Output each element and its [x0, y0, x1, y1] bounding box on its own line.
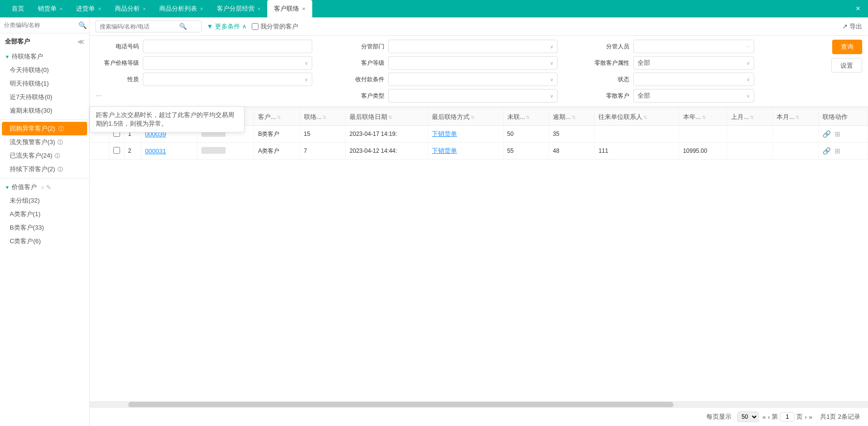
status-select[interactable]: ∨ — [633, 73, 754, 86]
nav-sales-order[interactable]: 销货单 × — [31, 0, 69, 17]
row2-last-date: 2023-04-12 14:44: — [346, 143, 428, 160]
row2-grid-icon[interactable]: ⊞ — [835, 147, 840, 155]
prev-page-button[interactable]: ‹ — [768, 413, 770, 421]
col-last-month[interactable]: 上月... ⇅ — [727, 109, 773, 126]
close-sales-order-icon[interactable]: × — [60, 6, 62, 12]
sidebar-item-today-pending[interactable]: 今天待联络(0) — [0, 63, 89, 77]
row2-select-checkbox[interactable] — [113, 147, 120, 154]
row2-last-method[interactable]: 下销货单 — [428, 143, 503, 160]
my-customers-filter: 我分管的客户 — [252, 22, 298, 31]
col-last-contact-date[interactable]: 最后联络日期 ⇅ — [346, 109, 428, 126]
col-unit-contact[interactable]: 往来单位联系人 ⇅ — [594, 109, 679, 126]
customer-level-select[interactable]: ∨ — [388, 56, 558, 70]
payment-chevron-icon: ∨ — [550, 77, 553, 82]
collapse-icon[interactable]: ≪ — [77, 38, 84, 45]
row2-unpaid: 55 — [503, 143, 548, 160]
row2-this-month — [773, 143, 818, 160]
nav-product-analysis[interactable]: 商品分析 × — [108, 0, 152, 17]
nav-home[interactable]: 首页 — [5, 0, 31, 17]
price-level-select[interactable]: ∨ — [143, 56, 312, 70]
horizontal-scrollbar[interactable] — [90, 401, 868, 407]
payment-select[interactable]: ∨ — [388, 73, 558, 86]
sidebar-item-class-c[interactable]: C类客户(6) — [0, 235, 89, 248]
sidebar-item-class-a[interactable]: A类客户(1) — [0, 207, 89, 221]
window-close-button[interactable]: × — [856, 4, 860, 13]
row2-gear — [90, 143, 109, 160]
sidebar-search-icon: 🔍 — [78, 21, 87, 29]
first-page-button[interactable]: « — [762, 413, 766, 421]
row2-year-amount: 10995.00 — [679, 143, 727, 160]
customer-type-chevron-icon: ∨ — [550, 93, 553, 99]
close-product-analysis-list-icon[interactable]: × — [200, 6, 203, 12]
settings-button[interactable]: 设置 — [831, 58, 862, 73]
pending-triangle-icon: ▼ — [5, 54, 10, 59]
row1-actions: 🔗 ⊞ — [818, 126, 868, 143]
row2-code[interactable]: 000031 — [141, 143, 198, 160]
payment-label: 收付款条件 — [341, 75, 384, 84]
page-number-input[interactable] — [780, 412, 794, 422]
last-page-button[interactable]: » — [809, 413, 812, 421]
sidebar-item-class-b[interactable]: B类客户(33) — [0, 221, 89, 235]
col-year-amount[interactable]: 本年... ⇅ — [679, 109, 727, 126]
filter-phone: 电话号码 — [95, 40, 337, 53]
next-page-button[interactable]: › — [805, 413, 807, 421]
nav-product-analysis-list[interactable]: 商品分析列表 × — [152, 0, 210, 17]
close-product-analysis-icon[interactable]: × — [143, 6, 146, 12]
nav-customer-tier[interactable]: 客户分层经营 × — [210, 0, 267, 17]
my-customers-checkbox[interactable] — [252, 23, 259, 30]
row1-this-month — [773, 126, 818, 143]
sidebar-item-overdue-pending[interactable]: 逾期未联络(30) — [0, 104, 89, 118]
more-icon[interactable]: ··· — [95, 91, 102, 100]
value-group-header[interactable]: ▼ 价值客户 ○ ✎ — [0, 180, 89, 194]
col-last-contact-method[interactable]: 最后联络方式 ⇅ — [428, 109, 503, 126]
sidebar-divider-1 — [0, 119, 89, 120]
row1-last-method[interactable]: 下销货单 — [428, 126, 503, 143]
customer-type-select[interactable]: ∨ — [388, 89, 558, 103]
sidebar-item-week-pending[interactable]: 近7天待联络(0) — [0, 90, 89, 104]
main-search-icon[interactable]: 🔍 — [179, 23, 187, 30]
close-customer-contact-icon[interactable]: × — [302, 6, 305, 12]
filter-person: 分管人员 ··· — [586, 40, 827, 53]
left-sidebar: 🔍 全部客户 ≪ ▼ 待联络客户 今天待联络(0) 明天待联络(1) 近7天待联… — [0, 17, 90, 426]
sidebar-item-churned[interactable]: 已流失客户(24) ⓘ — [0, 149, 89, 162]
pagination-bar: 每页显示 50 « ‹ 第 页 › » 共1页 2条记录 — [90, 407, 868, 426]
tooltip-box: 距客户上次交易时长，超过了此客户的平均交易周期的1.5倍，则视为异常。 — [90, 106, 244, 132]
nature-select[interactable]: ∨ — [143, 73, 312, 86]
pending-group[interactable]: ▼ 待联络客户 — [0, 50, 89, 63]
nav-customer-contact[interactable]: 客户联络 × — [267, 0, 312, 17]
query-button[interactable]: 查询 — [832, 40, 862, 54]
row2-link-icon[interactable]: 🔗 — [822, 147, 831, 155]
row2-unit-contact: 111 — [594, 143, 679, 160]
more-conditions-button[interactable]: ▼ 更多条件 ∧ — [207, 22, 247, 31]
person-select[interactable]: ··· — [633, 40, 754, 53]
col-this-month[interactable]: 本月... ⇅ — [773, 109, 818, 126]
retail-attr-select[interactable]: 全部 ∨ — [633, 56, 754, 70]
sidebar-item-declining[interactable]: 持续下滑客户(2) ⓘ — [0, 162, 89, 176]
row1-link-icon[interactable]: 🔗 — [822, 130, 831, 138]
nav-purchase-order[interactable]: 进货单 × — [69, 0, 107, 17]
phone-input[interactable] — [143, 40, 312, 53]
col-contact-count[interactable]: 联络... ⇅ — [300, 109, 345, 126]
sidebar-item-churn-warning[interactable]: 流失预警客户(3) ⓘ — [0, 135, 89, 149]
sidebar-item-tomorrow-pending[interactable]: 明天待联络(1) — [0, 77, 89, 90]
row2-name[interactable] — [198, 143, 254, 160]
sidebar-divider-2 — [0, 178, 89, 178]
col-overdue[interactable]: 逾期... ⇅ — [548, 109, 594, 126]
close-customer-tier-icon[interactable]: × — [258, 6, 260, 12]
close-purchase-order-icon[interactable]: × — [98, 6, 101, 12]
retail-customer-select[interactable]: 全部 ∨ — [633, 89, 754, 103]
all-customers-header[interactable]: 全部客户 ≪ — [0, 33, 89, 50]
sidebar-item-repurchase-anomaly[interactable]: 回购异常客户(2) ⓘ — [2, 122, 87, 135]
nature-chevron-icon: ∨ — [305, 77, 308, 82]
export-button[interactable]: ↗ 导出 — [842, 22, 862, 31]
col-unpaid[interactable]: 未联... ⇅ — [503, 109, 548, 126]
main-search-input[interactable] — [100, 23, 177, 30]
col-customer-type[interactable]: 客户... ⇅ — [254, 109, 300, 126]
row1-last-date: 2023-04-17 14:19: — [346, 126, 428, 143]
sidebar-search-input[interactable] — [4, 22, 76, 29]
sidebar-item-ungrouped[interactable]: 未分组(32) — [0, 194, 89, 207]
dept-select[interactable]: ∨ — [388, 40, 558, 53]
sort-icon-date: ⇅ — [388, 115, 392, 120]
page-size-select[interactable]: 50 — [737, 411, 759, 422]
row1-grid-icon[interactable]: ⊞ — [835, 130, 840, 138]
